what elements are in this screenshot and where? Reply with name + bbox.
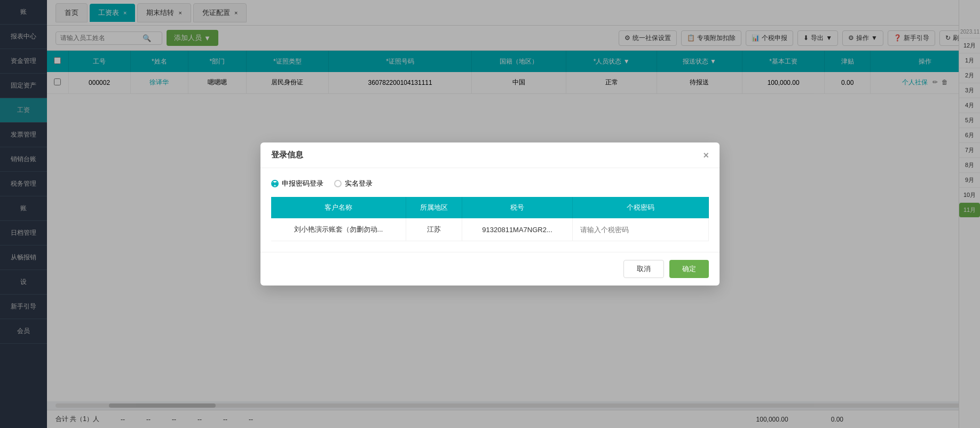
confirm-button[interactable]: 确定 (669, 260, 709, 278)
dialog-body: 申报密码登录 实名登录 客户名称 所属地区 税号 个税密码 (260, 168, 720, 252)
cancel-button[interactable]: 取消 (623, 260, 664, 278)
password-input[interactable] (580, 226, 701, 234)
login-method-radio-group: 申报密码登录 实名登录 (271, 179, 709, 188)
dialog-title: 登录信息 (271, 150, 303, 160)
dialog-header: 登录信息 × (260, 142, 720, 168)
inner-table-row: 刘小艳演示账套（勿删勿动... 江苏 91320811MA7NGR2... (271, 218, 709, 241)
inner-col-password: 个税密码 (573, 197, 709, 218)
radio-password-login[interactable]: 申报密码登录 (271, 179, 323, 188)
inner-col-tax: 税号 (462, 197, 573, 218)
inner-cell-tax: 91320811MA7NGR2... (462, 218, 573, 241)
login-dialog: 登录信息 × 申报密码登录 实名登录 客户名称 (260, 142, 720, 286)
radio-password-circle (271, 180, 279, 187)
dialog-close-icon[interactable]: × (703, 150, 709, 160)
dialog-footer: 取消 确定 (260, 252, 720, 286)
radio-realname-circle (334, 180, 342, 187)
inner-col-client: 客户名称 (271, 197, 406, 218)
inner-cell-password[interactable] (573, 218, 709, 241)
dialog-overlay: 登录信息 × 申报密码登录 实名登录 客户名称 (0, 0, 980, 428)
inner-col-region: 所属地区 (406, 197, 462, 218)
inner-cell-client: 刘小艳演示账套（勿删勿动... (271, 218, 406, 241)
radio-realname-login[interactable]: 实名登录 (334, 179, 373, 188)
login-info-table: 客户名称 所属地区 税号 个税密码 刘小艳演示账套（勿删勿动... 江苏 913… (271, 197, 709, 241)
inner-cell-region: 江苏 (406, 218, 462, 241)
